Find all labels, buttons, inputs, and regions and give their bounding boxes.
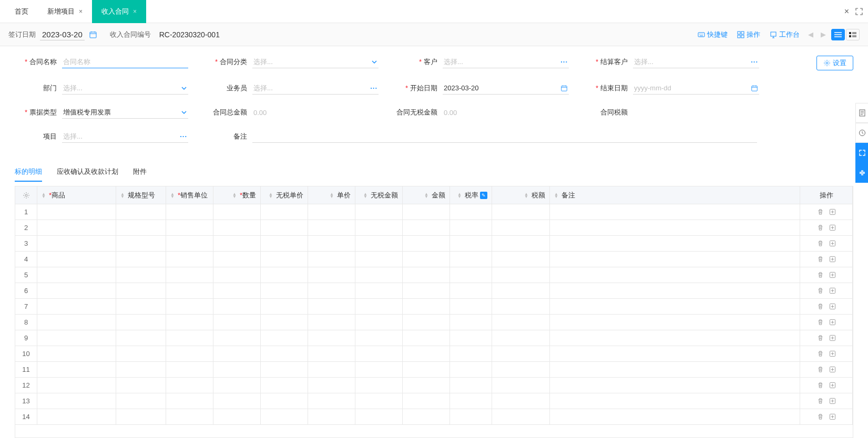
sort-icon[interactable]: ▲▼ — [554, 193, 558, 198]
next-record-icon[interactable]: ▶ — [819, 30, 828, 38]
cell-spec[interactable] — [116, 346, 166, 361]
sort-icon[interactable]: ▲▼ — [120, 193, 125, 198]
delete-icon[interactable] — [817, 272, 824, 278]
remark-field[interactable] — [252, 130, 757, 143]
cell-qty[interactable] — [213, 204, 261, 220]
cell-product[interactable] — [37, 299, 116, 314]
more-icon[interactable]: ··· — [751, 58, 758, 66]
project-input[interactable] — [63, 132, 180, 140]
cell-price[interactable] — [308, 204, 355, 220]
cell-note[interactable] — [550, 204, 800, 220]
cell-amount[interactable] — [403, 220, 450, 235]
cell-tax[interactable] — [492, 252, 550, 267]
cell-spec[interactable] — [116, 299, 166, 314]
cell-amount[interactable] — [403, 362, 450, 377]
cell-amount-notax[interactable] — [355, 299, 403, 314]
table-row[interactable]: 8 — [15, 315, 853, 330]
cell-product[interactable] — [37, 220, 116, 235]
cell-note[interactable] — [550, 252, 800, 267]
cell-taxrate[interactable] — [450, 204, 492, 220]
contract-type-input[interactable] — [253, 58, 371, 66]
cell-spec[interactable] — [116, 283, 166, 298]
sort-icon[interactable]: ▲▼ — [232, 193, 237, 198]
department-field[interactable] — [62, 82, 188, 95]
cell-amount[interactable] — [403, 393, 450, 409]
cell-tax[interactable] — [492, 283, 550, 298]
chevron-down-icon[interactable] — [371, 59, 377, 65]
add-row-icon[interactable] — [829, 398, 836, 404]
cell-price-notax[interactable] — [261, 299, 308, 314]
calendar-icon[interactable] — [560, 85, 568, 92]
close-icon[interactable]: × — [79, 8, 83, 15]
cell-amount[interactable] — [403, 236, 450, 251]
cell-amount[interactable] — [403, 330, 450, 346]
table-row[interactable]: 10 — [15, 346, 853, 362]
cell-tax[interactable] — [492, 346, 550, 361]
cell-note[interactable] — [550, 378, 800, 393]
add-row-icon[interactable] — [829, 256, 836, 263]
add-row-icon[interactable] — [829, 382, 836, 389]
cell-unit[interactable] — [166, 204, 213, 220]
cell-amount-notax[interactable] — [355, 204, 403, 220]
bill-type-field[interactable] — [62, 106, 188, 119]
table-row[interactable]: 11 — [15, 362, 853, 378]
cell-price[interactable] — [308, 409, 355, 424]
more-icon[interactable]: ··· — [180, 132, 187, 140]
sign-date-value[interactable]: 2023-03-20 — [40, 29, 85, 40]
cell-tax[interactable] — [492, 315, 550, 330]
cell-unit[interactable] — [166, 220, 213, 235]
cell-price[interactable] — [308, 267, 355, 283]
cell-amount[interactable] — [403, 252, 450, 267]
cell-price-notax[interactable] — [261, 252, 308, 267]
add-row-icon[interactable] — [829, 240, 836, 247]
operate-button[interactable]: 操作 — [734, 28, 763, 41]
cell-qty[interactable] — [213, 283, 261, 298]
cell-amount-notax[interactable] — [355, 252, 403, 267]
cell-taxrate[interactable] — [450, 362, 492, 377]
tab-receivable[interactable]: 应收确认及收款计划 — [57, 163, 118, 182]
cell-price-notax[interactable] — [261, 330, 308, 346]
cell-product[interactable] — [37, 330, 116, 346]
cell-price-notax[interactable] — [261, 378, 308, 393]
cell-amount-notax[interactable] — [355, 236, 403, 251]
cell-tax[interactable] — [492, 330, 550, 346]
cell-price-notax[interactable] — [261, 236, 308, 251]
cell-note[interactable] — [550, 299, 800, 314]
cell-qty[interactable] — [213, 236, 261, 251]
chevron-down-icon[interactable] — [181, 85, 187, 91]
delete-icon[interactable] — [817, 398, 824, 404]
table-row[interactable]: 1 — [15, 204, 853, 220]
sort-icon[interactable]: ▲▼ — [524, 193, 528, 198]
cell-amount[interactable] — [403, 204, 450, 220]
table-row[interactable]: 3 — [15, 236, 853, 252]
calendar-icon[interactable] — [751, 85, 758, 92]
cell-unit[interactable] — [166, 252, 213, 267]
cell-amount[interactable] — [403, 267, 450, 283]
cell-tax[interactable] — [492, 299, 550, 314]
cell-unit[interactable] — [166, 362, 213, 377]
cell-product[interactable] — [37, 252, 116, 267]
bill-type-input[interactable] — [63, 108, 181, 116]
cell-amount[interactable] — [403, 409, 450, 424]
cell-unit[interactable] — [166, 330, 213, 346]
workbench-button[interactable]: 工作台 — [767, 28, 803, 41]
cell-taxrate[interactable] — [450, 252, 492, 267]
cell-amount[interactable] — [403, 283, 450, 298]
cell-product[interactable] — [37, 409, 116, 424]
table-row[interactable]: 2 — [15, 220, 853, 236]
cell-amount-notax[interactable] — [355, 220, 403, 235]
th-unit[interactable]: ▲▼*销售单位 — [166, 186, 213, 204]
cell-price[interactable] — [308, 346, 355, 361]
cell-qty[interactable] — [213, 220, 261, 235]
view-detail-toggle[interactable] — [846, 29, 860, 40]
add-row-icon[interactable] — [829, 224, 836, 231]
th-tax[interactable]: ▲▼税额 — [492, 186, 550, 204]
end-date-input[interactable] — [634, 84, 751, 92]
cell-spec[interactable] — [116, 204, 166, 220]
cell-product[interactable] — [37, 236, 116, 251]
cell-taxrate[interactable] — [450, 299, 492, 314]
cell-spec[interactable] — [116, 393, 166, 409]
cell-note[interactable] — [550, 267, 800, 283]
cell-price-notax[interactable] — [261, 346, 308, 361]
cell-note[interactable] — [550, 315, 800, 330]
